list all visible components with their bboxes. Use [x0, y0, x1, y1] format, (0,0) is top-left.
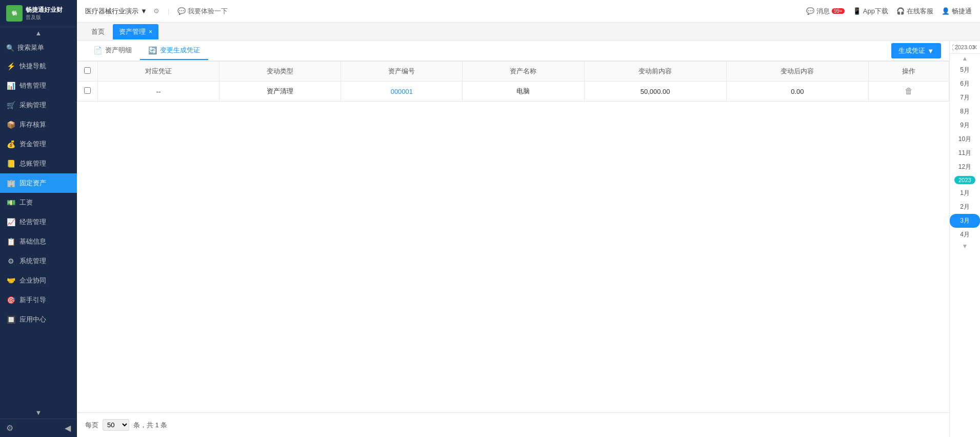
- month-2[interactable]: 2月: [950, 200, 980, 214]
- sidebar-search[interactable]: 🔍 搜索菜单: [0, 39, 77, 56]
- logo-sub: 普及版: [26, 14, 63, 21]
- month-9[interactable]: 9月: [950, 118, 980, 132]
- sidebar-item-label: 快捷导航: [19, 62, 46, 71]
- salary-icon: 💵: [6, 198, 15, 207]
- expand-icon[interactable]: ⛶: [952, 44, 958, 51]
- close-icon[interactable]: ✕: [972, 43, 978, 51]
- cell-asset-code: 000001: [341, 82, 463, 102]
- per-page-label: 每页: [85, 421, 98, 430]
- gear-icon[interactable]: ⚙: [153, 7, 159, 15]
- per-page-select[interactable]: 50 10 20 100: [103, 419, 129, 431]
- sidebar-item-label: 企业协同: [19, 276, 46, 285]
- sidebar-item-label: 采购管理: [19, 101, 46, 110]
- fund-icon: 💰: [6, 140, 15, 149]
- operations-icon: 📈: [6, 217, 15, 227]
- sidebar-item-label: 应用中心: [19, 315, 46, 324]
- generate-voucher-button[interactable]: 生成凭证 ▼: [891, 43, 941, 58]
- online-service-btn[interactable]: 🎧 在线客服: [896, 7, 933, 16]
- content-area: 📄 资产明细 🔄 变更生成凭证 生成凭证 ▼: [77, 41, 980, 437]
- sidebar-item-system[interactable]: ⚙ 系统管理: [0, 251, 77, 271]
- sidebar-item-label: 资金管理: [19, 140, 46, 149]
- sidebar-item-salary[interactable]: 💵 工资: [0, 193, 77, 212]
- sidebar-item-purchase[interactable]: 🛒 采购管理: [0, 95, 77, 115]
- app-download-btn[interactable]: 📱 App下载: [853, 7, 888, 16]
- company-selector[interactable]: 医疗器械行业演示 ▼: [85, 7, 147, 16]
- enterprise-icon: 🤝: [6, 276, 15, 285]
- sidebar-item-label: 库存核算: [19, 120, 46, 129]
- sidebar-item-app-center[interactable]: 🔲 应用中心: [0, 310, 77, 329]
- tab-home[interactable]: 首页: [85, 24, 111, 39]
- scroll-down-btn[interactable]: ▼: [961, 242, 969, 251]
- cell-change-type: 资产清理: [219, 82, 341, 102]
- search-label: 搜索菜单: [17, 43, 44, 52]
- tab-asset-management[interactable]: 资产管理 ×: [113, 24, 158, 39]
- fixed-assets-icon: 🏢: [6, 178, 15, 188]
- sidebar-item-guide[interactable]: 🎯 新手引导: [0, 290, 77, 310]
- sidebar-item-sales[interactable]: 📊 销售管理: [0, 76, 77, 95]
- sidebar-item-fixed-assets[interactable]: 🏢 固定资产: [0, 173, 77, 193]
- year-2023[interactable]: 2023: [954, 176, 975, 184]
- settings-icon[interactable]: ⚙: [6, 423, 13, 433]
- sidebar-item-operations[interactable]: 📈 经营管理: [0, 212, 77, 232]
- col-voucher: 对应凭证: [98, 62, 219, 82]
- feedback-icon: 💬: [177, 7, 186, 15]
- tab-home-label: 首页: [91, 28, 105, 35]
- table-header-checkbox: [77, 62, 98, 82]
- month-12[interactable]: 12月: [950, 160, 980, 174]
- feedback-btn[interactable]: 💬 我要体验一下: [177, 7, 228, 16]
- sidebar-scroll-up[interactable]: ▲: [0, 27, 77, 39]
- delete-button[interactable]: 🗑: [905, 87, 913, 96]
- app-download-label: App下载: [863, 7, 888, 16]
- sidebar-item-inventory[interactable]: 📦 库存核算: [0, 115, 77, 134]
- sidebar-nav: ⚡ 快捷导航 📊 销售管理 🛒 采购管理 📦 库存核算 💰 资金管理 📒 总账管…: [0, 56, 77, 407]
- sidebar-footer: ⚙ ◀: [0, 419, 77, 437]
- subtab-generate-voucher[interactable]: 🔄 变更生成凭证: [140, 42, 208, 60]
- month-10[interactable]: 10月: [950, 132, 980, 146]
- sidebar-item-basic-info[interactable]: 📋 基础信息: [0, 232, 77, 251]
- divider: |: [168, 7, 169, 15]
- month-6[interactable]: 6月: [950, 77, 980, 91]
- month-5[interactable]: 5月: [950, 63, 980, 77]
- sidebar-item-ledger[interactable]: 📒 总账管理: [0, 154, 77, 173]
- cell-asset-name: 电脑: [463, 82, 584, 102]
- online-service-label: 在线客服: [907, 7, 933, 16]
- scroll-up-btn[interactable]: ▲: [961, 54, 969, 63]
- sidebar-item-enterprise[interactable]: 🤝 企业协同: [0, 271, 77, 290]
- logo-title: 畅捷通好业财: [26, 6, 63, 14]
- total-label: 条，共 1 条: [133, 421, 167, 430]
- month-11[interactable]: 11月: [950, 146, 980, 160]
- app-logo: 畅 畅捷通好业财 普及版: [0, 0, 77, 27]
- tab-close-icon[interactable]: ×: [149, 28, 152, 35]
- select-all-checkbox[interactable]: [84, 67, 91, 74]
- collapse-icon[interactable]: ◀: [65, 423, 71, 433]
- messages-btn[interactable]: 💬 消息 99+: [806, 7, 845, 16]
- right-date-panel: ⛶ 2023.03 ✕ ▲ 5月 6月 7月 8月 9月 10月 11月 12月…: [949, 41, 980, 437]
- quick-nav-icon: ⚡: [6, 62, 15, 71]
- month-1[interactable]: 1月: [950, 186, 980, 200]
- topbar: 医疗器械行业演示 ▼ ⚙ | 💬 我要体验一下 💬 消息 99+ 📱 App下载…: [77, 0, 980, 23]
- row-checkbox[interactable]: [84, 87, 91, 94]
- month-3[interactable]: 3月: [950, 214, 980, 228]
- generate-btn-label: 生成凭证: [898, 46, 925, 55]
- sidebar-item-fund[interactable]: 💰 资金管理: [0, 134, 77, 154]
- feedback-label: 我要体验一下: [188, 7, 228, 16]
- col-before: 变动前内容: [584, 62, 726, 82]
- subtab-asset-detail[interactable]: 📄 资产明细: [85, 42, 140, 60]
- col-action: 操作: [868, 62, 949, 82]
- month-7[interactable]: 7月: [950, 91, 980, 105]
- sidebar-scroll-down[interactable]: ▼: [0, 407, 77, 419]
- user-menu[interactable]: 👤 畅捷通: [942, 7, 972, 16]
- basic-info-icon: 📋: [6, 237, 15, 246]
- sidebar-item-quick-nav[interactable]: ⚡ 快捷导航: [0, 56, 77, 76]
- subtab-generate-voucher-label: 变更生成凭证: [160, 46, 200, 55]
- col-asset-name: 资产名称: [463, 62, 584, 82]
- sidebar-item-label: 销售管理: [19, 81, 46, 90]
- sidebar: 畅 畅捷通好业财 普及版 ▲ 🔍 搜索菜单 ⚡ 快捷导航 📊 销售管理 🛒 采购…: [0, 0, 77, 437]
- cell-before: 50,000.00: [584, 82, 726, 102]
- app-download-icon: 📱: [853, 7, 861, 15]
- cell-voucher: --: [98, 82, 219, 102]
- table-container: 对应凭证 变动类型 资产编号 资产名称 变动前内容 变动后内容 操作: [77, 61, 949, 412]
- month-8[interactable]: 8月: [950, 105, 980, 118]
- pagination: 每页 50 10 20 100 条，共 1 条: [77, 412, 949, 437]
- month-4[interactable]: 4月: [950, 228, 980, 242]
